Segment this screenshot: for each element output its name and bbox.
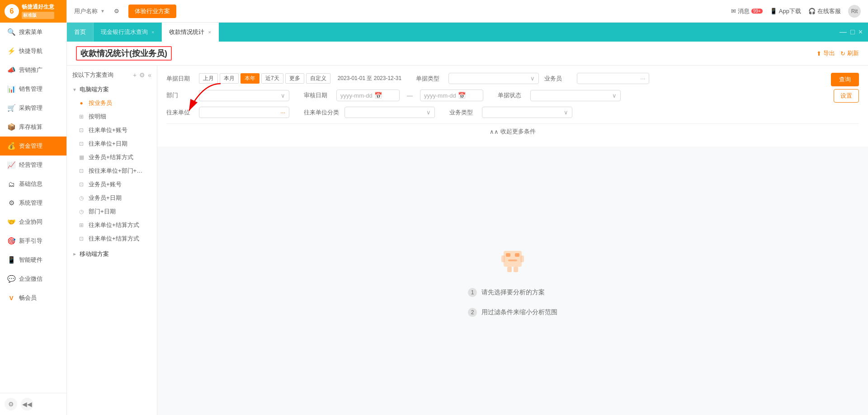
sidebar-item-member[interactable]: V 畅会员 (0, 288, 66, 307)
sidebar-item-system[interactable]: ⚙ 系统管理 (0, 193, 66, 212)
salesman-select[interactable]: ··· (577, 73, 649, 84)
date-tab-more[interactable]: 更多 (285, 73, 304, 84)
scheme-group-mobile-title[interactable]: ▼ 移动端方案 (67, 247, 157, 261)
trial-industry-button[interactable]: 体验行业方案 (128, 5, 176, 18)
sidebar-item-capital[interactable]: 💰 资金管理 (0, 137, 66, 156)
sidebar-item-purchase[interactable]: 🛒 采购管理 (0, 99, 66, 118)
svg-rect-5 (501, 255, 505, 262)
svg-rect-8 (514, 267, 518, 272)
date-tab-this-month[interactable]: 本月 (220, 73, 239, 84)
tab-bank-flow-close[interactable]: × (151, 29, 154, 35)
query-button[interactable]: 查询 (831, 73, 859, 86)
online-service-link[interactable]: 🎧 在线客服 (808, 7, 841, 15)
tab-home[interactable]: 首页 (67, 23, 94, 42)
tab-collection[interactable]: 收款情况统计 × (162, 23, 218, 42)
group-label: 电脑端方案 (80, 85, 109, 94)
scheme-item-5[interactable]: ⊡ 按往来单位+部门+收... (67, 164, 157, 178)
scheme-item-4[interactable]: ▦ 业务员+结算方式 (67, 151, 157, 164)
doc-type-arrow: ∨ (530, 75, 535, 82)
scheme-add-icon[interactable]: + (133, 71, 137, 79)
sidebar-item-basic-info[interactable]: 🗂 基础信息 (0, 174, 66, 193)
calendar-from-icon[interactable]: 📅 (374, 92, 382, 99)
tab-collection-label: 收款情况统计 (169, 28, 204, 36)
scheme-panel-title: 按以下方案查询 (72, 71, 113, 79)
dept-select[interactable]: ∨ (199, 90, 289, 101)
review-date-to[interactable]: yyyy-mm-dd 📅 (420, 90, 483, 101)
sidebar-item-quick-nav[interactable]: ⚡ 快捷导航 (0, 42, 66, 61)
svg-rect-2 (506, 253, 510, 257)
review-date-from[interactable]: yyyy-mm-dd 📅 (336, 90, 400, 101)
scheme-collapse-icon[interactable]: « (148, 71, 151, 79)
calendar-to-icon[interactable]: 📅 (458, 92, 466, 99)
tab-collection-close[interactable]: × (208, 29, 211, 35)
date-tab-7days[interactable]: 近7天 (261, 73, 283, 84)
search-icon: 🔍 (7, 28, 15, 36)
doc-type-select[interactable]: ∨ (448, 73, 539, 84)
wechat-icon: 💬 (7, 275, 15, 283)
scheme-item-3[interactable]: ⊡ 往来单位+日期 (67, 137, 157, 151)
scheme-item-4-icon: ▦ (78, 154, 85, 161)
sidebar-item-smart-hw[interactable]: 📱 智能硬件 (0, 250, 66, 269)
sidebar-item-marketing[interactable]: 📣 营销推广 (0, 61, 66, 80)
export-button[interactable]: ⬆ 导出 (816, 49, 835, 57)
group-collapsed-arrow: ▼ (72, 252, 77, 256)
group-mobile-label: 移动端方案 (80, 250, 109, 258)
filter-row-1: 单据日期 上月 本月 本年 近7天 更多 自定义 2023-01-01 至 20… (166, 73, 859, 118)
biz-type-select[interactable]: ∨ (482, 107, 572, 118)
date-tab-this-year[interactable]: 本年 (241, 73, 259, 84)
scheme-item-1-icon: ⊞ (78, 113, 85, 120)
doc-status-arrow: ∨ (612, 92, 617, 99)
scheme-settings-icon[interactable]: ⚙ (139, 71, 145, 79)
scheme-item-6-icon: ⊡ (78, 181, 85, 188)
sidebar-item-search[interactable]: 🔍 搜索菜单 (0, 23, 66, 42)
partner-category-select[interactable]: ∨ (344, 107, 435, 118)
scheme-item-9-icon: ⊞ (78, 222, 85, 229)
scheme-item-0[interactable]: ● 按业务员 (67, 96, 157, 110)
empty-step-2: 2 用过滤条件来缩小分析范围 (468, 308, 557, 317)
scheme-item-10[interactable]: ⊡ 往来单位+结算方式 (67, 232, 157, 245)
step-1-label: 请先选择要分析的方案 (481, 288, 545, 297)
scheme-item-1[interactable]: ⊞ 按明细 (67, 110, 157, 123)
partner-select[interactable]: ··· (199, 107, 289, 118)
sidebar-item-enterprise[interactable]: 🤝 企业协同 (0, 212, 66, 231)
sidebar-item-inventory[interactable]: 📦 库存核算 (0, 118, 66, 137)
messages-button[interactable]: ✉ 消息 99+ (731, 7, 763, 15)
partner-more[interactable]: ··· (280, 109, 285, 116)
scheme-group-desktop-title[interactable]: ▼ 电脑端方案 (67, 83, 157, 96)
scheme-item-2[interactable]: ⊡ 往来单位+账号 (67, 123, 157, 137)
date-tab-custom[interactable]: 自定义 (306, 73, 330, 84)
collapse-sidebar-icon[interactable]: ◀◀ (21, 398, 33, 410)
app-download-link[interactable]: 📱 App下载 (770, 7, 801, 15)
user-dropdown-arrow[interactable]: ▼ (100, 9, 105, 14)
settings-bottom-icon[interactable]: ⚙ (5, 398, 17, 410)
tab-minimize-icon[interactable]: — (840, 28, 847, 36)
topbar-gear-button[interactable]: ⚙ (110, 5, 123, 18)
scheme-item-6[interactable]: ⊡ 业务员+账号 (67, 178, 157, 191)
date-tab-last-month[interactable]: 上月 (199, 73, 218, 84)
sidebar-item-sales[interactable]: 📊 销售管理 (0, 80, 66, 99)
refresh-button[interactable]: ↻ 刷新 (840, 49, 859, 57)
doc-type-label: 单据类型 (416, 75, 443, 83)
tab-home-label: 首页 (74, 28, 86, 36)
scheme-header-icons: + ⚙ « (133, 71, 151, 79)
scheme-item-9[interactable]: ⊞ 往来单位+结算方式 (67, 218, 157, 232)
collapse-conditions-button[interactable]: ∧∧ 收起更多条件 (166, 123, 859, 139)
scheme-item-8[interactable]: ◷ 部门+日期 (67, 205, 157, 218)
doc-status-select[interactable]: ∨ (530, 90, 621, 101)
scheme-item-10-icon: ⊡ (78, 235, 85, 242)
topbar: 用户名称 ▼ ⚙ 体验行业方案 ✉ 消息 99+ 📱 App下载 🎧 在线客服 … (67, 0, 868, 23)
tab-close-all-icon[interactable]: × (859, 28, 863, 36)
sidebar-item-wechat[interactable]: 💬 企业微信 (0, 269, 66, 288)
date-range-display: 2023-01-01 至 2023-12-31 (338, 75, 401, 82)
scheme-item-9-label: 往来单位+结算方式 (89, 221, 139, 229)
sidebar-item-beginner[interactable]: 🎯 新手引导 (0, 231, 66, 250)
sidebar-item-operations[interactable]: 📈 经营管理 (0, 156, 66, 174)
scheme-item-7[interactable]: ◷ 业务员+日期 (67, 191, 157, 205)
enterprise-icon: 🤝 (7, 218, 15, 226)
tab-bank-flow[interactable]: 现金银行流水查询 × (94, 23, 162, 42)
set-button[interactable]: 设置 (834, 89, 859, 103)
user-avatar[interactable]: Rit (848, 5, 861, 18)
empty-step-1: 1 请先选择要分析的方案 (468, 288, 557, 297)
tab-maximize-icon[interactable]: □ (850, 28, 855, 36)
salesman-more[interactable]: ··· (640, 75, 645, 82)
